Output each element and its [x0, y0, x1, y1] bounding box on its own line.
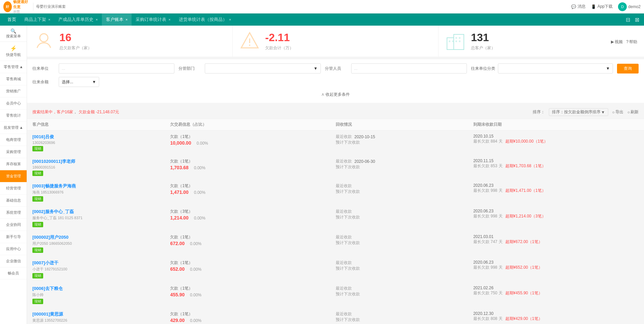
tab-purchase-order[interactable]: 采购订单统计表 ×: [132, 13, 174, 26]
customer-name[interactable]: [0006]去下粮仓: [32, 286, 170, 292]
debt-count: 欠款（1笔）: [170, 234, 193, 240]
app-download-button[interactable]: 📱 App下载: [591, 4, 613, 9]
sidebar-item-wechat[interactable]: 企业微信: [0, 255, 27, 267]
stat-icon-customers: [445, 31, 466, 51]
from-unit-input[interactable]: ...: [59, 63, 174, 73]
sidebar-item-batch-mgmt[interactable]: 批发管理 ▲: [0, 122, 27, 134]
overdue-amount[interactable]: 超期¥1,214.00（3笔）: [505, 213, 546, 219]
customer-phone: 18600391516: [32, 165, 170, 169]
debt-amount[interactable]: 652.00: [170, 266, 185, 272]
sidebar-item-purchase[interactable]: 采购管理: [0, 146, 27, 158]
tab-products[interactable]: 商品上下架 ×: [20, 13, 54, 26]
person-input[interactable]: ...: [351, 63, 467, 73]
close-icon[interactable]: ×: [48, 18, 50, 22]
customer-info: [000001]黄思源 黄思源 13552700226 现销: [32, 311, 170, 324]
sidebar-item-vip[interactable]: 畅会员: [0, 267, 27, 279]
close-icon[interactable]: ×: [95, 18, 97, 22]
sidebar-item-business[interactable]: 经营管理: [0, 182, 27, 195]
refresh-button[interactable]: ○ 刷新: [627, 109, 639, 115]
customer-name[interactable]: [000001]黄思源: [32, 311, 170, 317]
tab-purchase-stats[interactable]: 进货单统计表（按商品） ×: [175, 13, 235, 26]
overdue-amount[interactable]: 超期¥455.90（1笔）: [505, 290, 542, 296]
customer-tag: 现销: [32, 196, 43, 202]
customer-info: [00010200011]李老师 18600391516 现销: [32, 158, 170, 176]
search-button[interactable]: 查询: [617, 64, 639, 73]
maximize-icon[interactable]: ⊠: [634, 16, 641, 24]
sidebar-item-retail-mgmt[interactable]: 零售管理 ▲: [0, 61, 27, 73]
debt-amount[interactable]: 1,703.68: [170, 165, 189, 170]
recent-label: 最近收款: [336, 311, 352, 317]
customer-name[interactable]: [0016]吕俊: [32, 134, 170, 140]
sidebar-item-system[interactable]: 系统管理: [0, 207, 27, 219]
debt-amount[interactable]: 429.00: [170, 318, 185, 323]
close-icon[interactable]: ×: [229, 18, 231, 22]
next-label: 预计下次收款: [336, 317, 360, 322]
close-icon[interactable]: ×: [168, 18, 170, 22]
sidebar-item-guide[interactable]: 新手引导: [0, 231, 27, 243]
tab-history[interactable]: 产成品入库单历史 ×: [54, 13, 102, 26]
overdue-days: 最长欠款 808 天: [473, 316, 503, 322]
recovery-info: 最近收款 2020-10-15 预计下次收款: [336, 134, 473, 151]
customer-phone: 13026203696: [32, 141, 170, 145]
top-bar: 好 畅捷通好生意 示范 母婴行业演示账套 💬 消息 📱 App下载 D demo…: [0, 0, 644, 13]
sidebar-item-enterprise[interactable]: 企业协同: [0, 219, 27, 231]
sidebar-item-quick-nav[interactable]: ⚡ 快捷导航: [0, 42, 27, 61]
tab-home[interactable]: 首页: [3, 13, 20, 26]
overdue-date: 2020.06.23: [473, 209, 639, 213]
sidebar-item-member[interactable]: 会员中心: [0, 97, 27, 110]
stat-info-debtors: 16 总欠款客户（家）: [59, 31, 226, 51]
overdue-date: 2020.06.23: [473, 260, 639, 265]
overdue-info: 2020.10.15 最长欠款 884 天 超期¥10,000.00（1笔）: [473, 134, 639, 151]
debt-amount[interactable]: 10,000.00: [170, 140, 191, 146]
debt-count: 欠款（1笔）: [170, 158, 193, 164]
svg-rect-7: [452, 40, 454, 42]
customer-name[interactable]: [00010200011]李老师: [32, 158, 170, 165]
overdue-amount[interactable]: 超期¥429.00（1笔）: [505, 316, 542, 322]
stat-number-debtors: 16: [59, 31, 226, 44]
debt-amount[interactable]: 672.00: [170, 241, 185, 246]
unit-category-select[interactable]: ▼: [498, 63, 613, 73]
customer-tag: 现销: [32, 247, 43, 253]
debt-amount[interactable]: 1,471.00: [170, 189, 189, 195]
dept-select[interactable]: ▼: [205, 63, 320, 73]
help-button[interactable]: ? 帮助: [626, 39, 637, 45]
overdue-amount[interactable]: 超期¥10,000.00（1笔）: [505, 139, 548, 144]
sidebar-item-finance[interactable]: 资金管理: [0, 170, 27, 182]
customer-name[interactable]: [000002]用户2050: [32, 234, 170, 240]
table-row: [000002]用户2050 用户2050 18665062050 现销 欠款（…: [27, 231, 644, 257]
close-icon[interactable]: ×: [125, 18, 128, 22]
minimize-icon[interactable]: ⊟: [624, 16, 632, 24]
overdue-amount[interactable]: 超期¥652.00（1笔）: [505, 265, 542, 270]
collapse-button[interactable]: ∧ 收起更多条件: [32, 90, 639, 99]
debt-amount[interactable]: 1,214.00: [170, 215, 189, 220]
sidebar-item-inventory[interactable]: 库存核算: [0, 158, 27, 170]
customer-info: [0006]去下粮仓 陈小帅 现销: [32, 286, 170, 304]
sidebar-item-ecommerce[interactable]: 电商管理: [0, 134, 27, 146]
video-button[interactable]: ▶ 视频: [611, 39, 623, 45]
stat-number-debt: -2.11: [265, 31, 431, 44]
customer-name[interactable]: [0002]服务中心_丁磊: [32, 209, 170, 215]
overdue-amount[interactable]: 超期¥1,471.00（1笔）: [505, 188, 546, 194]
customer-name[interactable]: [0003]畅捷服务尹海燕: [32, 183, 170, 189]
user-menu[interactable]: D demo2: [618, 2, 641, 11]
sidebar-search[interactable]: 🔍 搜索菜单: [0, 26, 27, 42]
tab-customer-account[interactable]: 客户账本 ×: [102, 13, 132, 26]
overdue-amount[interactable]: 超期¥672.00（1笔）: [505, 239, 542, 245]
next-label: 预计下次收款: [336, 266, 360, 271]
debt-amount[interactable]: 455.90: [170, 292, 185, 297]
customer-tag: 现销: [32, 273, 43, 278]
sidebar-item-marketing[interactable]: 营销推广: [0, 85, 27, 97]
debt-count: 欠款（1笔）: [170, 286, 193, 291]
svg-rect-11: [459, 40, 460, 42]
sidebar-item-app-center[interactable]: 应用中心: [0, 243, 27, 255]
balance-select[interactable]: 选择... ▼: [59, 77, 99, 87]
sort-select[interactable]: 排序：按欠款金额倒序排序 ▼: [549, 108, 608, 116]
debt-info: 欠款（1笔） 1,703.68 0.00%: [170, 158, 335, 176]
sidebar-item-basic-info[interactable]: 基础信息: [0, 195, 27, 207]
message-button[interactable]: 💬 消息: [571, 4, 586, 9]
customer-name[interactable]: [0007]小迸干: [32, 260, 170, 266]
sidebar-item-retail-mall[interactable]: 零售商城: [0, 73, 27, 85]
overdue-amount[interactable]: 超期¥1,703.68（1笔）: [505, 163, 546, 169]
export-button[interactable]: ○ 导出: [612, 109, 623, 115]
sidebar-item-retail-stats[interactable]: 零售统计: [0, 110, 27, 122]
